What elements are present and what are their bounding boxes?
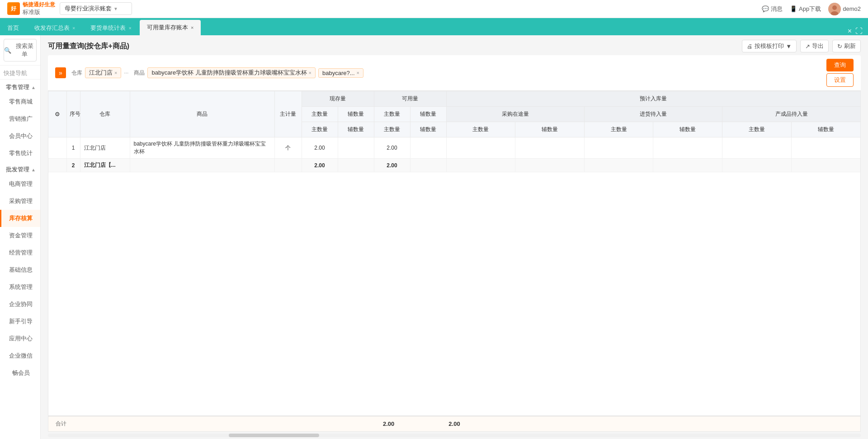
tab-bar-right: × ⛶ bbox=[842, 27, 868, 35]
user-menu[interactable]: demo2 bbox=[828, 3, 861, 15]
row-stock-main: 2.00 bbox=[302, 137, 338, 159]
message-button[interactable]: 💬 消息 bbox=[762, 5, 783, 13]
th-incoming: 进货待入量 bbox=[584, 107, 722, 122]
warehouse-tag-close[interactable]: × bbox=[114, 70, 117, 76]
tab-home[interactable]: 首页 bbox=[0, 21, 26, 35]
th-warehouse: 仓库 bbox=[80, 91, 130, 137]
warehouse-label: 仓库 bbox=[71, 69, 82, 77]
tab-receive[interactable]: 收发存汇总表 × bbox=[27, 21, 82, 35]
message-icon: 💬 bbox=[762, 5, 769, 12]
tab-close-inventory[interactable]: × bbox=[191, 25, 193, 30]
th-avail-main-qty: 主数量 bbox=[374, 107, 410, 122]
row-seq: 2 bbox=[66, 159, 80, 172]
industry-selector[interactable]: 母婴行业演示账套 ▼ bbox=[60, 2, 132, 15]
row-unit-subtotal bbox=[274, 159, 302, 172]
tab-close-all-icon[interactable]: × bbox=[848, 27, 852, 35]
content-area: 可用量查询(按仓库+商品) 🖨 按模板打印 ▼ ↗ 导出 ↻ 刷新 » bbox=[41, 35, 868, 439]
tab-close-receive[interactable]: × bbox=[72, 25, 75, 31]
search-menu-button[interactable]: 🔍 搜索菜单 bbox=[4, 39, 37, 61]
th-pr-main: 主数量 bbox=[722, 122, 792, 137]
product-tag-1-close[interactable]: × bbox=[309, 70, 311, 76]
filter-bar: » 仓库 江北门店 × ··· 商品 babycare学饮杯 儿童防摔防撞吸管杯… bbox=[48, 55, 861, 91]
settings-icon: ⚙ bbox=[55, 111, 60, 118]
product-tag-1: babycare学饮杯 儿童防摔防撞吸管杯重力球吸嘴杯宝宝水杯 × bbox=[147, 67, 316, 78]
sidebar-item-wholesale-mgmt[interactable]: 批发管理 bbox=[0, 162, 40, 175]
sidebar-item-operations[interactable]: 经营管理 bbox=[0, 244, 40, 261]
svg-point-1 bbox=[832, 5, 837, 10]
row-avail-aux-subtotal bbox=[410, 159, 446, 172]
th-production: 产成品待入量 bbox=[722, 107, 860, 122]
sidebar-item-retail-mgmt[interactable]: 零售管理 bbox=[0, 80, 40, 93]
row-product-subtotal bbox=[130, 159, 274, 172]
table-container[interactable]: ⚙ 序号 仓库 商品 主计量 现存量 可用量 预计入库量 主数量 辅数量 主数量 bbox=[48, 91, 861, 416]
filter-expand-button[interactable]: » bbox=[55, 67, 66, 78]
sidebar-item-system[interactable]: 系统管理 bbox=[0, 279, 40, 296]
th-stock-main-qty: 主数量 bbox=[302, 107, 338, 122]
total-label: 合计 bbox=[56, 420, 66, 428]
row-warehouse: 江北门店 bbox=[80, 137, 130, 159]
sidebar-item-purchase[interactable]: 采购管理 bbox=[0, 193, 40, 210]
th-s-aux: 辅数量 bbox=[338, 122, 374, 137]
th-forecast-in: 预计入库量 bbox=[446, 91, 860, 107]
th-s-main: 主数量 bbox=[302, 122, 338, 137]
sidebar-item-marketing[interactable]: 营销推广 bbox=[0, 110, 40, 127]
settings-button[interactable]: 设置 bbox=[826, 73, 854, 87]
quick-nav-label: 快捷导航 bbox=[0, 66, 40, 80]
row-pt-main-subtotal bbox=[446, 159, 515, 172]
tab-inventory[interactable]: 可用量库存账本 × bbox=[140, 20, 201, 35]
th-pr-aux: 辅数量 bbox=[791, 122, 860, 137]
sidebar-item-member[interactable]: 会员中心 bbox=[0, 127, 40, 145]
app-download-button[interactable]: 📱 App下载 bbox=[790, 5, 821, 13]
sidebar-item-ecommerce[interactable]: 电商管理 bbox=[0, 175, 40, 193]
th-available: 可用量 bbox=[374, 91, 446, 107]
logo-icon: 好 bbox=[7, 2, 20, 15]
row-seq: 1 bbox=[66, 137, 80, 159]
row-pt-aux-subtotal bbox=[515, 159, 585, 172]
th-seq: 序号 bbox=[66, 91, 80, 137]
top-bar: 好 畅捷通好生意 标准版 母婴行业演示账套 ▼ 💬 消息 📱 App下载 dem… bbox=[0, 0, 868, 18]
tab-close-order[interactable]: × bbox=[128, 25, 131, 31]
row-pt-main bbox=[446, 137, 515, 159]
sidebar-item-newbie[interactable]: 新手引导 bbox=[0, 313, 40, 330]
sidebar-item-vip[interactable]: 畅会员 bbox=[0, 364, 40, 382]
query-button[interactable]: 查询 bbox=[826, 59, 854, 71]
th-a-aux: 辅数量 bbox=[410, 122, 446, 137]
row-settings bbox=[48, 137, 66, 159]
row-pr-main bbox=[722, 137, 792, 159]
sidebar-item-retail-stats[interactable]: 零售统计 bbox=[0, 145, 40, 162]
sidebar-item-inventory-check[interactable]: 库存核算 bbox=[0, 210, 40, 227]
total-avail-main: 2.00 bbox=[448, 420, 460, 427]
sidebar-item-wecom[interactable]: 企业微信 bbox=[0, 347, 40, 364]
filter-action-buttons: 查询 设置 bbox=[826, 59, 854, 87]
scroll-indicator[interactable] bbox=[48, 434, 861, 437]
th-stock-aux-qty: 辅数量 bbox=[338, 107, 374, 122]
print-button[interactable]: 🖨 按模板打印 ▼ bbox=[742, 40, 797, 52]
sidebar-item-appstore[interactable]: 应用中心 bbox=[0, 330, 40, 347]
product-tag-2-close[interactable]: × bbox=[357, 70, 359, 76]
row-avail-main: 2.00 bbox=[374, 137, 410, 159]
tab-order[interactable]: 要货单统计表 × bbox=[83, 21, 138, 35]
sidebar-item-retail-store[interactable]: 零售商城 bbox=[0, 93, 40, 110]
row-avail-main-subtotal: 2.00 bbox=[374, 159, 410, 172]
warehouse-more-icon[interactable]: ··· bbox=[124, 70, 128, 76]
print-icon: 🖨 bbox=[747, 43, 753, 50]
export-button[interactable]: ↗ 导出 bbox=[800, 40, 829, 52]
sidebar-item-finance[interactable]: 资金管理 bbox=[0, 227, 40, 244]
product-tag-2: babycare?... × bbox=[318, 68, 363, 78]
top-bar-right: 💬 消息 📱 App下载 demo2 bbox=[762, 3, 861, 15]
chevron-down-icon: ▼ bbox=[113, 6, 118, 11]
refresh-button[interactable]: ↻ 刷新 bbox=[832, 40, 861, 52]
th-current-stock: 现存量 bbox=[302, 91, 374, 107]
sidebar-item-enterprise[interactable]: 企业协同 bbox=[0, 296, 40, 313]
tab-fullscreen-icon[interactable]: ⛶ bbox=[855, 27, 863, 35]
page-header-actions: 🖨 按模板打印 ▼ ↗ 导出 ↻ 刷新 bbox=[742, 40, 861, 52]
th-purchase-transit: 采购在途量 bbox=[446, 107, 584, 122]
export-icon: ↗ bbox=[805, 43, 810, 50]
th-pt-main: 主数量 bbox=[446, 122, 515, 137]
th-in-aux: 辅数量 bbox=[653, 122, 722, 137]
scroll-thumb[interactable] bbox=[229, 434, 319, 437]
sidebar-item-basics[interactable]: 基础信息 bbox=[0, 261, 40, 279]
sidebar: 🔍 搜索菜单 快捷导航 零售管理 零售商城 营销推广 会员中心 零售统计 批发管… bbox=[0, 35, 41, 439]
app-icon: 📱 bbox=[790, 5, 797, 12]
sidebar-search-area: 🔍 搜索菜单 bbox=[0, 35, 40, 66]
